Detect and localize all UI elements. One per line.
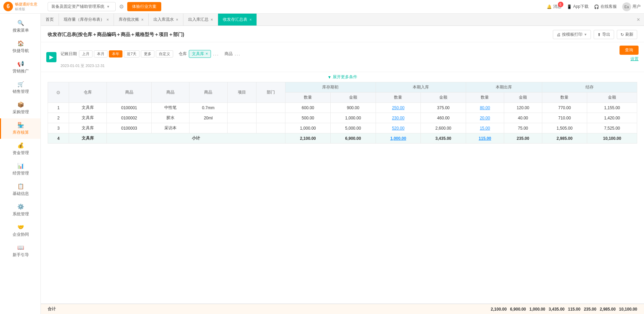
tab-in-out-flow[interactable]: 出入库流水 ×: [149, 14, 183, 26]
main-table: ⚙ 仓库 商品 商品 商品 项目 部门 库存期初 本期入库 本期出库 结存: [48, 82, 637, 144]
date-btn-this-month[interactable]: 本月: [94, 50, 108, 57]
row-bal-qty: 770.00: [542, 103, 587, 113]
tab-recv-summary[interactable]: 收发存汇总表 ×: [218, 14, 257, 26]
sidebar-item-label: 采购管理: [13, 109, 29, 115]
row-out-amt: 40.00: [504, 113, 542, 123]
tab-home-label: 首页: [46, 17, 54, 22]
th-in-amt: 金额: [421, 93, 466, 103]
subtotal-in-qty[interactable]: 1,000.00: [376, 133, 421, 144]
tab-stock-dist[interactable]: 现存量（库存分布表） ×: [59, 14, 114, 26]
warehouse-more[interactable]: ...: [213, 51, 219, 56]
table-row: 3 文具库 0100003 采访本 1,000.00 5,000.00 520.…: [48, 123, 637, 133]
book-icon: 📖: [17, 244, 24, 251]
export-button[interactable]: ⬆ 导出: [594, 30, 614, 39]
close-icon[interactable]: ×: [141, 17, 144, 22]
filter-content: 记账日期 上月 本月 本年 近7天 更多 自定义 仓库: [61, 46, 639, 68]
row-warehouse: 文具库: [69, 123, 106, 133]
logo-icon: 6: [3, 2, 13, 11]
th-in-qty: 数量: [376, 93, 421, 103]
tab-batch[interactable]: 库存批次账 ×: [114, 14, 149, 26]
th-out-group: 本期出库: [466, 82, 542, 93]
row-spec: 0.7mm: [189, 103, 227, 113]
sidebar-item-sales[interactable]: 🛒 销售管理: [0, 78, 40, 98]
subtotal-label: 小计: [106, 133, 285, 144]
sidebar-item-finance[interactable]: 💰 资金管理: [0, 139, 40, 159]
megaphone-icon: 📢: [17, 61, 24, 67]
close-all-tabs-button[interactable]: ×: [633, 17, 644, 23]
settings-link[interactable]: 设置: [630, 56, 639, 62]
goods-more[interactable]: ...: [235, 51, 241, 56]
date-btn-7days[interactable]: 近7天: [124, 50, 139, 57]
table-settings-icon[interactable]: ⚙: [56, 90, 61, 95]
date-btn-custom[interactable]: 自定义: [156, 50, 173, 57]
sidebar-item-system[interactable]: ⚙️ 系统管理: [0, 200, 40, 220]
expand-conditions-button[interactable]: ▼ 展开更多条件: [328, 74, 358, 80]
sidebar-item-marketing[interactable]: 📢 营销推广: [0, 57, 40, 78]
subtotal-out-amt: 235.00: [504, 133, 542, 144]
avatar: Ea: [622, 2, 631, 11]
total-bal-qty: 2,985.00: [600, 307, 616, 312]
th-bal-qty: 数量: [542, 93, 587, 103]
box-icon: 📦: [17, 101, 24, 108]
row-in-amt: 375.00: [421, 103, 466, 113]
print-button[interactable]: 🖨 按模板打印 ▼: [553, 30, 591, 39]
th-goods-code: 商品: [106, 82, 152, 103]
sidebar-item-purchase[interactable]: 📦 采购管理: [0, 98, 40, 118]
close-icon[interactable]: ×: [249, 17, 252, 22]
th-project: 项目: [227, 82, 256, 103]
date-btn-more[interactable]: 更多: [141, 50, 154, 57]
sidebar-item-label: 经营管理: [13, 170, 29, 176]
sidebar-item-inventory[interactable]: 🏪 库存核算: [0, 118, 40, 139]
top-right: 🔔 消息 6 📱 App下载 🎧 在线客服 Ea 用户: [547, 2, 641, 11]
row-in-qty[interactable]: 250.00: [376, 103, 421, 113]
logo-area: 6 畅捷通好生意 标准版: [3, 2, 44, 11]
trial-button[interactable]: 体验行业方案: [127, 2, 161, 11]
app-download-label: App下载: [573, 4, 589, 10]
messages-button[interactable]: 🔔 消息 6: [547, 4, 561, 10]
row-in-qty[interactable]: 230.00: [376, 113, 421, 123]
tab-batch-label: 库存批次账: [119, 17, 139, 22]
row-out-qty[interactable]: 80.00: [466, 103, 504, 113]
row-bal-qty: 1,505.00: [542, 123, 587, 133]
tab-in-out-summary[interactable]: 出入库汇总 ×: [183, 14, 218, 26]
subtotal-out-qty[interactable]: 115.00: [466, 133, 504, 144]
sidebar-item-guide[interactable]: 📖 新手引导: [0, 241, 40, 261]
sidebar-item-basic[interactable]: 📋 基础信息: [0, 180, 40, 200]
system-name[interactable]: 装备及固定资产辅助管理系统 ▼: [48, 2, 116, 11]
sidebar-item-label: 搜索菜单: [13, 28, 29, 33]
online-service-button[interactable]: 🎧 在线客服: [594, 4, 617, 10]
sidebar-item-operation[interactable]: 📊 经营管理: [0, 159, 40, 180]
total-bal-amt: 10,100.00: [619, 307, 637, 312]
warehouse-tag-close[interactable]: ×: [205, 51, 208, 56]
query-button[interactable]: 查询: [620, 46, 639, 55]
row-in-qty[interactable]: 520.00: [376, 123, 421, 133]
app-download-button[interactable]: 📱 App下载: [567, 4, 589, 10]
th-settings[interactable]: ⚙: [48, 82, 69, 103]
tab-in-out-summary-label: 出入库汇总: [188, 17, 209, 22]
row-out-qty[interactable]: 15.00: [466, 123, 504, 133]
row-no: 2: [48, 113, 69, 123]
row-no: 3: [48, 123, 69, 133]
close-icon[interactable]: ×: [176, 17, 178, 22]
page-content: 收发存汇总表(按仓库＋商品编码＋商品＋规格型号＋项目＋部门) 🖨 按模板打印 ▼…: [41, 26, 644, 303]
close-icon[interactable]: ×: [211, 17, 213, 22]
tab-home[interactable]: 首页: [41, 14, 59, 26]
sidebar-item-label: 营销推广: [13, 68, 29, 74]
refresh-button[interactable]: ↻ 刷新: [617, 30, 637, 39]
row-dept: [256, 113, 285, 123]
sidebar-item-label: 企业协同: [13, 232, 29, 237]
filter-toggle-button[interactable]: ▶: [46, 52, 56, 62]
goods-label: 商品: [225, 51, 233, 57]
date-btn-this-year[interactable]: 本年: [109, 50, 122, 57]
sidebar: 🔍 搜索菜单 🏠 快捷导航 📢 营销推广 🛒 销售管理 📦 采购管理 🏪 库存核…: [0, 14, 41, 314]
row-out-qty[interactable]: 20.00: [466, 113, 504, 123]
gear-icon[interactable]: ⚙: [119, 3, 124, 10]
row-open-qty: 1,000.00: [285, 123, 331, 133]
user-menu[interactable]: Ea 用户: [622, 2, 641, 11]
sidebar-item-quick[interactable]: 🏠 快捷导航: [0, 37, 40, 57]
date-btn-last-month[interactable]: 上月: [79, 50, 93, 57]
sidebar-item-search[interactable]: 🔍 搜索菜单: [0, 16, 40, 37]
sidebar-item-enterprise[interactable]: 🤝 企业协同: [0, 220, 40, 241]
close-icon[interactable]: ×: [106, 17, 109, 22]
date-label: 记账日期: [61, 51, 77, 57]
